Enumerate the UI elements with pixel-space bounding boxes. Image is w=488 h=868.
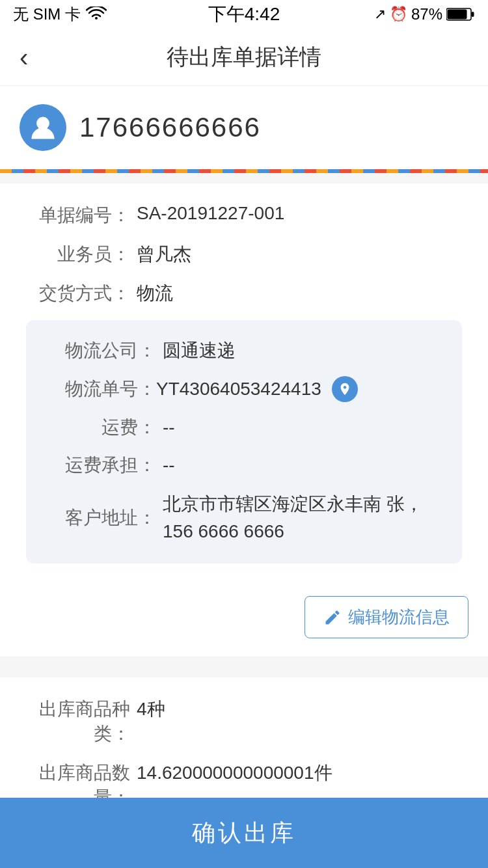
freight-bearer-value: -- [163,455,442,476]
confirm-button[interactable]: 确认出库 [0,798,488,868]
avatar [20,104,66,151]
address-label: 客户地址： [52,506,156,530]
salesperson-row: 业务员： 曾凡杰 [26,242,462,267]
order-info-section: 单据编号： SA-20191227-001 业务员： 曾凡杰 交货方式： 物流 … [0,183,488,583]
battery-icon [446,7,475,21]
carrier-text: 无 SIM 卡 [13,4,81,25]
back-button[interactable]: ‹ [20,44,28,70]
tracking-location-icon[interactable] [332,376,358,402]
tracking-number-label: 物流单号： [52,377,156,401]
freight-label: 运费： [52,415,156,440]
section-divider [0,657,488,667]
status-time: 下午4:42 [208,2,280,27]
freight-value: -- [163,417,442,438]
status-right: ↗ ⏰ 87% [374,5,475,23]
tracking-number-container: YT43064053424413 [156,376,358,402]
document-number-label: 单据编号： [26,203,130,228]
status-bar: 无 SIM 卡 下午4:42 ↗ ⏰ 87% [0,0,488,29]
svg-rect-2 [448,10,467,20]
salesperson-label: 业务员： [26,242,130,267]
alarm-icon: ⏰ [390,6,407,23]
product-types-value: 4种 [137,697,462,722]
product-types-label: 出库商品种类： [26,697,130,746]
product-quantity-value: 14.620000000000001件 [137,761,462,785]
location-status-icon: ↗ [374,6,386,23]
edit-btn-row: 编辑物流信息 [0,583,488,657]
delivery-method-row: 交货方式： 物流 [26,281,462,306]
page-title: 待出库单据详情 [167,42,321,72]
user-phone: 17666666666 [79,112,261,143]
freight-bearer-label: 运费承担： [52,453,156,478]
dashed-divider [0,169,488,173]
freight-bearer-row: 运费承担： -- [52,453,442,478]
edit-logistics-label: 编辑物流信息 [348,606,450,629]
logistics-company-row: 物流公司： 圆通速递 [52,338,442,363]
map-pin-icon [338,382,352,396]
status-left: 无 SIM 卡 [13,4,107,25]
delivery-method-value: 物流 [137,281,462,306]
confirm-button-label: 确认出库 [192,817,296,849]
tracking-number-row: 物流单号： YT43064053424413 [52,376,442,402]
logistics-card: 物流公司： 圆通速递 物流单号： YT43064053424413 运费： -- [26,320,462,563]
nav-bar: ‹ 待出库单据详情 [0,29,488,86]
document-number-value: SA-20191227-001 [137,203,462,224]
logistics-company-label: 物流公司： [52,338,156,363]
edit-icon [323,608,342,627]
tracking-number-value: YT43064053424413 [156,379,321,400]
salesperson-value: 曾凡杰 [137,242,462,267]
logistics-company-value: 圆通速递 [163,338,442,363]
document-number-row: 单据编号： SA-20191227-001 [26,203,462,228]
battery-text: 87% [411,5,442,23]
product-types-row: 出库商品种类： 4种 [26,697,462,746]
user-avatar-icon [29,113,57,142]
delivery-method-label: 交货方式： [26,281,130,306]
wifi-icon [86,7,107,22]
svg-rect-1 [472,12,474,17]
address-value: 北京市市辖区海淀区永丰南 张，156 6666 6666 [163,491,442,545]
freight-row: 运费： -- [52,415,442,440]
edit-logistics-button[interactable]: 编辑物流信息 [305,596,468,638]
address-row: 客户地址： 北京市市辖区海淀区永丰南 张，156 6666 6666 [52,491,442,545]
user-row: 17666666666 [0,86,488,169]
